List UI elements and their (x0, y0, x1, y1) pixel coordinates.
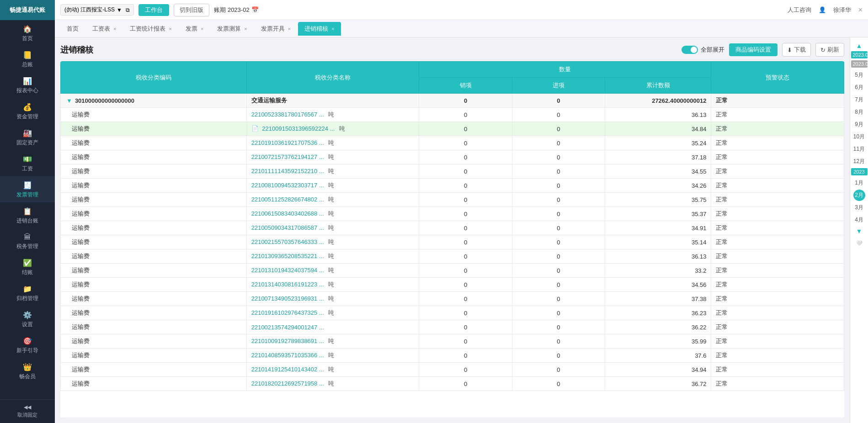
row-invoice: 22100509034317086587 ... 吨 (246, 221, 419, 235)
row-status: 正常 (711, 278, 844, 292)
row-purchase: 0 (512, 235, 605, 249)
row-purchase: 0 (512, 363, 605, 377)
month-7[interactable]: 7月 (851, 94, 868, 106)
tab-invoice[interactable]: 发票 × (179, 22, 210, 36)
group-sales: 0 (419, 94, 512, 108)
row-cumulative: 36.23 (605, 306, 711, 320)
tab-invoice-calc-close[interactable]: × (244, 26, 247, 32)
row-cumulative: 34.94 (605, 363, 711, 377)
sidebar-item-ledger[interactable]: 📒 总账 (0, 46, 55, 72)
tab-invoice-issue-close[interactable]: × (288, 26, 291, 32)
month-5[interactable]: 5月 (851, 69, 868, 81)
row-sales: 0 (419, 349, 512, 363)
row-sales: 0 (419, 207, 512, 221)
month-10[interactable]: 10月 (851, 131, 868, 143)
switch-old-button[interactable]: 切到旧版 (174, 4, 209, 16)
date-panel: ▲ 2023.02 2023.02 5月 6月 7月 8月 9月 10月 11月… (850, 37, 868, 423)
sidebar-item-reports[interactable]: 📊 报表中心 (0, 72, 55, 98)
row-status: 正常 (711, 164, 844, 179)
row-invoice: 22100615083403402688 ... 吨 (246, 207, 419, 221)
tab-reconciliation-close[interactable]: × (331, 26, 334, 32)
tab-payroll[interactable]: 工资表 × (86, 22, 122, 36)
row-status: 正常 (711, 377, 844, 391)
year-label-prev: 2023.02 (851, 51, 868, 58)
sidebar-item-member[interactable]: 👑 畅会员 (0, 358, 55, 384)
month-2-active[interactable]: 2月 (853, 190, 865, 201)
tab-payroll-stats-label: 工资统计报表 (130, 25, 165, 33)
month-6[interactable]: 6月 (851, 82, 868, 93)
table-row: 运输费 📄 22100915031396592224 ... 吨 0 0 34.… (61, 122, 844, 136)
sidebar-item-closing[interactable]: ✅ 结账 (0, 254, 55, 280)
sidebar-item-archive[interactable]: 📁 归档管理 (0, 280, 55, 306)
row-invoice: 📄 22100915031396592224 ... 吨 (246, 122, 419, 136)
month-8[interactable]: 8月 (851, 106, 868, 118)
date-up-arrow[interactable]: ▲ (855, 41, 863, 50)
month-9[interactable]: 9月 (851, 119, 868, 130)
tab-payroll-stats[interactable]: 工资统计报表 × (123, 22, 178, 36)
user-avatar: 👤 (819, 6, 826, 13)
tab-invoice-issue[interactable]: 发票开具 × (255, 22, 297, 36)
month-4[interactable]: 4月 (851, 214, 868, 226)
tab-payroll-close[interactable]: × (113, 26, 116, 32)
company-selector[interactable]: (勿动) 江西报宝-LSS ▼ ⧉ (60, 4, 134, 16)
funds-icon: 💰 (23, 103, 32, 111)
toggle-expand[interactable]: 全部展开 (682, 46, 724, 54)
page-actions: 全部展开 商品编码设置 ⬇ 下载 ↻ 刷新 (682, 43, 844, 57)
row-cumulative: 36.13 (605, 108, 711, 122)
row-invoice: 22101916102976437325 ... 吨 (246, 306, 419, 320)
sidebar-item-home[interactable]: 🏠 首页 (0, 20, 55, 46)
app-logo: 畅捷通易代账 (0, 0, 55, 20)
row-cumulative: 37.18 (605, 150, 711, 164)
date-down-arrow[interactable]: ▼ (855, 227, 863, 236)
product-code-settings-button[interactable]: 商品编码设置 (729, 43, 777, 56)
sidebar-item-sales-ledger[interactable]: 📋 进销台账 (0, 202, 55, 228)
row-purchase: 0 (512, 221, 605, 235)
sidebar-item-payroll[interactable]: 💵 工资 (0, 150, 55, 176)
row-cumulative: 34.91 (605, 221, 711, 235)
tab-reconciliation[interactable]: 进销稽核 × (298, 22, 341, 36)
tab-payroll-label: 工资表 (92, 25, 110, 33)
table-row: 运输费 22100721573762194127 ... 吨 0 0 37.18… (61, 150, 844, 164)
row-sales: 0 (419, 235, 512, 249)
month-11[interactable]: 11月 (851, 143, 868, 155)
refresh-icon: ↻ (820, 47, 825, 53)
page-content: 进销稽核 全部展开 商品编码设置 ⬇ 下载 ↻ 刷新 (55, 37, 868, 423)
sidebar-item-guide[interactable]: 🎯 新手引导 (0, 332, 55, 358)
sidebar-item-invoice[interactable]: 🧾 发票管理 (0, 176, 55, 202)
row-sales: 0 (419, 164, 512, 179)
refresh-button[interactable]: ↻ 刷新 (815, 43, 844, 57)
close-button[interactable]: × (858, 6, 863, 14)
topbar: (勿动) 江西报宝-LSS ▼ ⧉ 工作台 切到旧版 账期 2023-02 📅 … (55, 0, 868, 20)
tab-home[interactable]: 首页 (60, 22, 85, 36)
tab-invoice-close[interactable]: × (201, 26, 203, 32)
sidebar-item-assets[interactable]: 🏭 固定资产 (0, 124, 55, 150)
table-row: 运输费 22100713490523196931 ... 吨 0 0 37.38… (61, 292, 844, 306)
sidebar-item-settings[interactable]: ⚙️ 设置 (0, 306, 55, 332)
group-name: 交通运输服务 (246, 94, 419, 108)
support-label[interactable]: 人工咨询 (788, 6, 811, 14)
row-purchase: 0 (512, 122, 605, 136)
month-1[interactable]: 1月 (851, 177, 868, 189)
sidebar-unpin[interactable]: ◀◀ 取消固定 (0, 399, 55, 423)
expand-toggle[interactable] (682, 46, 698, 54)
row-sales: 0 (419, 320, 512, 334)
row-status: 正常 (711, 306, 844, 320)
tab-payroll-stats-close[interactable]: × (169, 26, 171, 32)
row-invoice: 22100523381780176567 ... 吨 (246, 108, 419, 122)
col-purchase-header: 进项 (512, 78, 605, 94)
closing-icon: ✅ (23, 259, 32, 267)
settings-icon: ⚙️ (23, 311, 32, 319)
row-sales: 0 (419, 264, 512, 278)
download-button[interactable]: ⬇ 下载 (782, 43, 811, 57)
sidebar-item-funds[interactable]: 💰 资金管理 (0, 98, 55, 124)
tab-invoice-calc[interactable]: 发票测算 × (211, 22, 253, 36)
month-3[interactable]: 3月 (851, 202, 868, 213)
row-sales: 0 (419, 278, 512, 292)
workbench-button[interactable]: 工作台 (138, 4, 169, 16)
month-12[interactable]: 12月 (851, 156, 868, 167)
row-invoice: 22100511252826674802 ... 吨 (246, 193, 419, 207)
sidebar-item-tax[interactable]: 🏛 税务管理 (0, 228, 55, 254)
row-name: 运输费 (61, 320, 247, 334)
row-purchase: 0 (512, 264, 605, 278)
row-purchase: 0 (512, 349, 605, 363)
